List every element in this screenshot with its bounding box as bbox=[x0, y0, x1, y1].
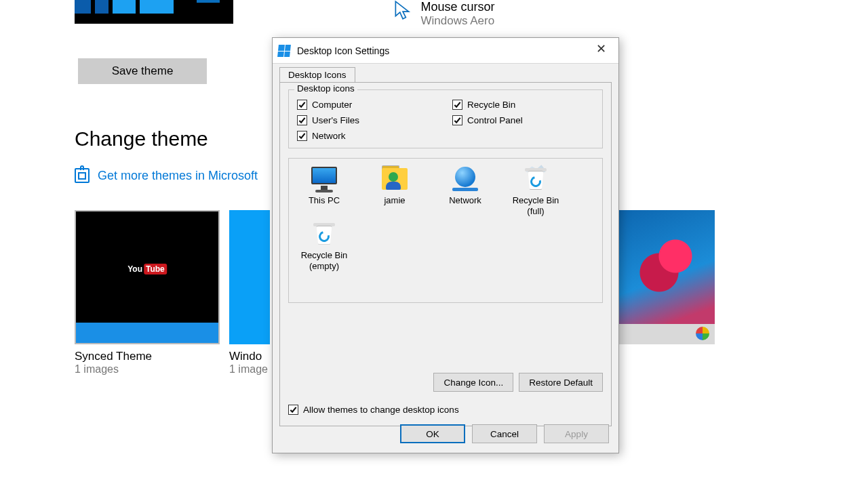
store-icon bbox=[75, 168, 90, 183]
color-wheel-icon bbox=[696, 327, 709, 340]
this-pc-icon bbox=[309, 165, 340, 192]
network-icon bbox=[450, 165, 481, 192]
theme-card-windows[interactable]: Windo 1 image bbox=[229, 210, 270, 375]
icon-user-files[interactable]: jamie bbox=[366, 165, 423, 218]
theme-sub: 1 images bbox=[75, 363, 220, 375]
close-button[interactable]: ✕ bbox=[587, 41, 614, 60]
checkbox-control-panel[interactable]: Control Panel bbox=[452, 115, 594, 125]
apply-button: Apply bbox=[544, 424, 609, 443]
icon-network[interactable]: Network bbox=[437, 165, 494, 218]
recycle-bin-full-icon bbox=[520, 165, 551, 192]
desktop-icon-settings-dialog: Desktop Icon Settings ✕ Desktop Icons De… bbox=[272, 37, 619, 453]
desktop-icons-group: Desktop icons Computer Recycle Bin User'… bbox=[288, 89, 603, 148]
tab-desktop-icons[interactable]: Desktop Icons bbox=[279, 67, 355, 83]
current-theme-preview bbox=[75, 0, 233, 24]
cursor-title: Mouse cursor bbox=[420, 0, 494, 14]
checkbox-recycle-bin[interactable]: Recycle Bin bbox=[452, 100, 594, 110]
allow-themes-checkbox[interactable]: Allow themes to change desktop icons bbox=[288, 405, 459, 415]
change-icon-button[interactable]: Change Icon... bbox=[433, 373, 513, 392]
icon-recycle-bin-empty[interactable]: Recycle Bin (empty) bbox=[296, 220, 353, 272]
theme-thumbnail: YouTube bbox=[75, 210, 220, 344]
cursor-subtitle: Windows Aero bbox=[420, 14, 494, 28]
dialog-title: Desktop Icon Settings bbox=[297, 45, 587, 56]
icon-preview-box: This PC jamie Network Recycle Bin (full)… bbox=[288, 158, 603, 303]
store-link-label: Get more themes in Microsoft bbox=[98, 169, 258, 183]
icon-this-pc[interactable]: This PC bbox=[296, 165, 353, 218]
group-label: Desktop icons bbox=[294, 83, 357, 94]
user-folder-icon bbox=[379, 165, 410, 192]
theme-sub: 1 image bbox=[229, 363, 270, 375]
recycle-bin-empty-icon bbox=[309, 220, 340, 247]
save-theme-button[interactable]: Save theme bbox=[78, 58, 207, 84]
theme-card-synced[interactable]: YouTube Synced Theme 1 images bbox=[75, 210, 220, 375]
personalization-icon bbox=[277, 45, 291, 57]
ok-button[interactable]: OK bbox=[400, 424, 465, 443]
theme-thumbnail bbox=[229, 210, 270, 344]
checkbox-computer[interactable]: Computer bbox=[297, 100, 439, 110]
cursor-arrow-icon bbox=[393, 0, 411, 23]
restore-default-button[interactable]: Restore Default bbox=[519, 373, 603, 392]
mouse-cursor-setting[interactable]: Mouse cursor Windows Aero bbox=[393, 0, 495, 28]
checkbox-users-files[interactable]: User's Files bbox=[297, 115, 439, 125]
store-link[interactable]: Get more themes in Microsoft bbox=[75, 168, 258, 183]
dialog-titlebar[interactable]: Desktop Icon Settings ✕ bbox=[273, 38, 618, 64]
icon-recycle-bin-full[interactable]: Recycle Bin (full) bbox=[507, 165, 564, 218]
checkbox-network[interactable]: Network bbox=[297, 131, 439, 141]
cancel-button[interactable]: Cancel bbox=[472, 424, 537, 443]
theme-name: Synced Theme bbox=[75, 350, 220, 363]
section-header-change-theme: Change theme bbox=[75, 127, 208, 150]
theme-name: Windo bbox=[229, 350, 270, 363]
